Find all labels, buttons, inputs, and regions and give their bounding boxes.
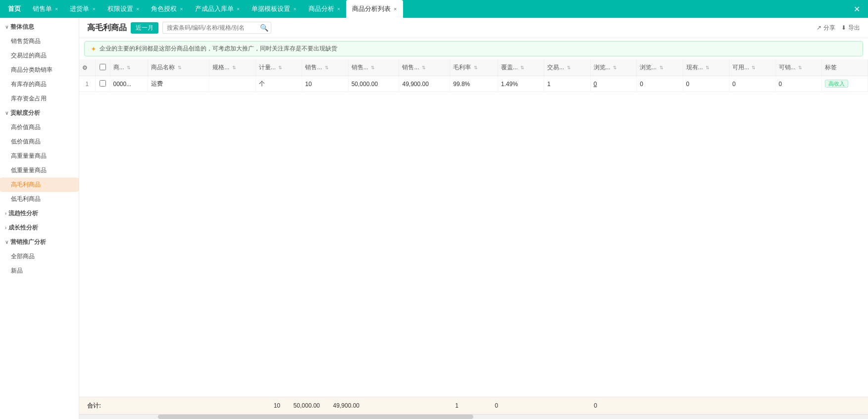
row-sales-cost: 49,900.00 — [399, 76, 450, 92]
sidebar-item-high-margin[interactable]: 高毛利商品 — [0, 178, 79, 192]
close-product-analysis-list-tab[interactable]: × — [394, 6, 397, 12]
tab-role-permission[interactable]: 角色授权 × — [145, 0, 189, 18]
sidebar-item-low-margin[interactable]: 低毛利商品 — [0, 192, 79, 206]
sidebar-group-wealth-label: 贡献度分析 — [10, 109, 40, 117]
tab-permission-setting[interactable]: 权限设置 × — [102, 0, 145, 18]
scrollbar-thumb[interactable] — [158, 415, 473, 419]
tab-product-analysis[interactable]: 商品分析 × — [303, 0, 346, 18]
close-permission-setting-tab[interactable]: × — [136, 6, 139, 12]
row-checkbox[interactable] — [95, 76, 110, 92]
col-checkbox[interactable] — [95, 59, 110, 76]
col-sales-qty[interactable]: 销售... ⇅ — [302, 59, 348, 76]
col-browse1[interactable]: 浏览... ⇅ — [590, 59, 636, 76]
col-code[interactable]: 商... ⇅ — [110, 59, 148, 76]
topbar: 首页 销售单 × 进货单 × 权限设置 × 角色授权 × 产成品入库单 × 单据… — [0, 0, 868, 18]
sidebar-item-all-goods[interactable]: 全部商品 — [0, 249, 79, 264]
search-input[interactable] — [162, 22, 271, 34]
row-gross-margin: 99.8% — [450, 76, 498, 92]
footer-transactions: 1 — [424, 400, 463, 411]
row-name[interactable]: 运费 — [148, 76, 209, 92]
col-current-stock[interactable]: 现有... ⇅ — [683, 59, 729, 76]
date-filter-btn[interactable]: 近一月 — [131, 22, 158, 34]
info-icon: ✦ — [91, 45, 97, 53]
sidebar-group-overall[interactable]: ∨ 整体信息 — [0, 20, 79, 34]
sidebar-item-high-value[interactable]: 高价值商品 — [0, 120, 79, 135]
close-window-btn[interactable]: ✕ — [848, 4, 866, 14]
sidebar-item-low-sales-volume[interactable]: 低重量量商品 — [0, 163, 79, 178]
sidebar-group-marketing[interactable]: ∨ 营销推广分析 — [0, 235, 79, 249]
table-row: 1 0000... 运费 个 10 50,000.00 49,900.00 99… — [79, 76, 868, 92]
share-btn[interactable]: ↗ 分享 — [817, 24, 835, 32]
col-spec[interactable]: 规格... ⇅ — [209, 59, 255, 76]
row-code[interactable]: 0000... — [110, 76, 148, 92]
sidebar-item-low-value[interactable]: 低价值商品 — [0, 135, 79, 149]
tab-purchase[interactable]: 进货单 × — [64, 0, 101, 18]
sidebar-item-new-goods[interactable]: 新品 — [0, 264, 79, 278]
row-tag: 高收入 — [821, 76, 868, 92]
col-transactions-sort-icon: ⇅ — [567, 65, 571, 70]
tab-sales[interactable]: 销售单 × — [27, 0, 64, 18]
close-product-analysis-tab[interactable]: × — [337, 6, 340, 12]
footer-sales-cost: 49,900.00 — [325, 400, 364, 411]
content-header: 高毛利商品 近一月 🔍 ↗ 分享 ⬇ 导出 — [79, 18, 868, 38]
close-sales-tab[interactable]: × — [55, 6, 58, 12]
sidebar-item-inventory-capital[interactable]: 库存资金占用 — [0, 92, 79, 106]
tab-product-entry[interactable]: 产成品入库单 × — [189, 0, 246, 18]
col-available[interactable]: 可用... ⇅ — [729, 59, 775, 76]
col-unit[interactable]: 计量... ⇅ — [255, 59, 302, 76]
sidebar-item-high-sales-volume[interactable]: 高重量量商品 — [0, 149, 79, 163]
footer-spacer3 — [181, 404, 221, 408]
close-purchase-tab[interactable]: × — [92, 6, 95, 12]
col-name[interactable]: 商品名称 ⇅ — [148, 59, 209, 76]
row-browse1-link[interactable]: 0 — [594, 81, 597, 88]
close-doc-template-tab[interactable]: × — [293, 6, 296, 12]
col-sales-cost[interactable]: 销售... ⇅ — [399, 59, 450, 76]
sidebar-item-traded-goods[interactable]: 交易过的商品 — [0, 48, 79, 63]
row-select-checkbox[interactable] — [100, 80, 106, 87]
sidebar-group-wealth[interactable]: ∨ 贡献度分析 — [0, 106, 79, 120]
collapse-icon-growth: › — [5, 225, 6, 231]
sidebar-item-sales-goods[interactable]: 销售货商品 — [0, 34, 79, 48]
search-icon[interactable]: 🔍 — [260, 24, 268, 32]
col-spec-label: 规格... — [212, 64, 229, 71]
sidebar-item-classification[interactable]: 商品分类助销率 — [0, 63, 79, 77]
col-saleable[interactable]: 可销... ⇅ — [775, 59, 821, 76]
col-unit-sort-icon: ⇅ — [278, 65, 282, 70]
footer-bar: 合计: 10 50,000.00 49,900.00 1 0 0 — [79, 397, 868, 414]
permission-setting-tab-label: 权限设置 — [107, 4, 133, 13]
tab-doc-template[interactable]: 单据模板设置 × — [246, 0, 302, 18]
tab-product-analysis-list[interactable]: 商品分析列表 × — [346, 0, 403, 18]
col-spec-sort-icon: ⇅ — [232, 65, 236, 70]
bottom-scrollbar[interactable] — [79, 414, 868, 419]
sidebar-group-growth[interactable]: › 成长性分析 — [0, 221, 79, 235]
tab-home[interactable]: 首页 — [2, 0, 27, 18]
select-all-checkbox[interactable] — [100, 64, 106, 70]
export-btn[interactable]: ⬇ 导出 — [841, 24, 860, 32]
row-sales-amount: 50,000.00 — [348, 76, 399, 92]
col-tag-label: 标签 — [825, 64, 837, 71]
close-role-permission-tab[interactable]: × — [180, 6, 183, 12]
export-label: 导出 — [848, 24, 860, 32]
collapse-icon-wealth: ∨ — [5, 110, 8, 116]
row-coverage: 1.49% — [498, 76, 544, 92]
header-right-actions: ↗ 分享 ⬇ 导出 — [817, 24, 860, 32]
col-current-stock-label: 现有... — [686, 64, 703, 71]
sidebar-group-marketing-label: 营销推广分析 — [10, 238, 46, 246]
col-settings[interactable]: ⚙ — [79, 59, 95, 76]
row-browse1[interactable]: 0 — [590, 76, 636, 92]
collapse-icon-trend: › — [5, 211, 6, 216]
data-table: ⚙ 商... ⇅ 商品名称 ⇅ 规格... ⇅ — [79, 59, 868, 92]
close-product-entry-tab[interactable]: × — [237, 6, 240, 12]
col-browse2-label: 浏览... — [640, 64, 657, 71]
row-browse2: 0 — [637, 76, 683, 92]
col-gross-margin[interactable]: 毛利率 ⇅ — [450, 59, 498, 76]
col-sales-amount[interactable]: 销售... ⇅ — [348, 59, 399, 76]
col-browse2[interactable]: 浏览... ⇅ — [637, 59, 683, 76]
sidebar-group-trend[interactable]: › 流趋性分析 — [0, 206, 79, 221]
col-coverage[interactable]: 覆盖... ⇅ — [498, 59, 544, 76]
col-transactions[interactable]: 交易... ⇅ — [544, 59, 590, 76]
collapse-icon-overall: ∨ — [5, 24, 8, 30]
sidebar-item-stocked-goods[interactable]: 有库存的商品 — [0, 77, 79, 92]
product-analysis-tab-label: 商品分析 — [308, 4, 334, 13]
col-tag[interactable]: 标签 — [821, 59, 868, 76]
